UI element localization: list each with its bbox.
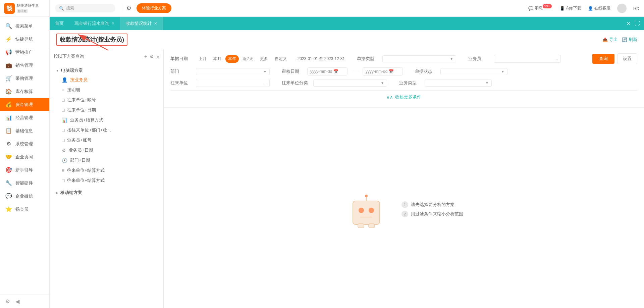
panel-add-icon[interactable]: + [144,54,147,59]
tab-receipt-close[interactable]: ✕ [154,21,157,26]
svg-point-1 [359,208,364,213]
sidebar-item-member[interactable]: ⭐畅会员 [0,203,49,216]
scheme-icon-by_salesperson: 👤 [62,77,67,83]
date-tab-this-month[interactable]: 本月 [211,55,224,63]
counterpart-cat-select[interactable]: ▼ [313,80,387,87]
doc-type-select[interactable]: ▼ [382,55,456,62]
biz-type-select[interactable]: ▼ [425,80,492,87]
sidebar-item-newguide[interactable]: 🎯新手引导 [0,163,49,176]
topbar-divider [121,5,121,12]
salesperson-input[interactable]: ... [494,55,561,63]
date-tabs: 上月 本月 本年 近7天 更多 自定义 [196,55,289,63]
sidebar-item-enterprise[interactable]: 🤝企业协同 [0,150,49,163]
tabbar-right: ✕ ⛶ [622,17,644,30]
messages-item[interactable]: 💬 消息 99+ [528,5,553,11]
scheme-label-by_unit_date: 往来单位+日期 [67,107,96,113]
step-1-text: 请先选择要分析的方案 [411,202,454,208]
refresh-button[interactable]: 🔄 刷新 [622,37,637,43]
topbar-settings-icon[interactable]: ⚙ [126,5,131,11]
app-download-item[interactable]: 📱 App下载 [560,5,581,11]
newguide-icon: 🎯 [5,167,12,173]
dept-select[interactable]: ▼ [196,68,270,75]
scheme-item-by_dept_date[interactable]: 🕐部门+日期 [54,155,159,165]
sidebar-item-system[interactable]: ⚙系统管理 [0,137,49,150]
online-service-icon: 👤 [588,6,593,11]
scheme-item-by_unit_account[interactable]: □往来单位+账号 [54,95,159,105]
sidebar-item-smarthw[interactable]: 🔧智能硬件 [0,176,49,190]
date-tab-last-month[interactable]: 上月 [196,55,209,63]
counterpart-cat-label: 往来单位分类 [282,80,308,86]
date-tab-more[interactable]: 更多 [257,55,271,63]
tab-bank[interactable]: 现金银行流水查询 ✕ [69,17,120,30]
sidebar-item-wechat[interactable]: 💬企业微信 [0,190,49,203]
sidebar-item-inventory[interactable]: 🏠库存核算 [0,85,49,98]
panel-icons: + ⚙ « [144,54,159,59]
scheme-item-by_detail[interactable]: ≡按明细 [54,85,159,95]
scheme-item-by_unit_dept[interactable]: □按往来单位+部门+收... [54,125,159,135]
sidebar-item-basicinfo[interactable]: 📋基础信息 [0,124,49,137]
scheme-item-by_unit_settle1[interactable]: ≡往来单位+结算方式 [54,165,159,175]
topbar-right: 💬 消息 99+ 📱 App下载 👤 在线客服 Rit [528,4,639,13]
audit-date-from[interactable]: yyyy-mm-dd 📅 [307,67,347,75]
sidebar-item-search[interactable]: 🔍搜索菜单 [0,19,49,33]
date-tab-last-7[interactable]: 近7天 [240,55,256,63]
filter-settings-button[interactable]: 设置 [617,53,637,64]
collapse-bar[interactable]: ∧∧ 收起更多条件 [170,90,637,103]
pc-group-title[interactable]: ▼ 电脑端方案 [54,66,159,75]
user-avatar[interactable] [617,4,627,13]
filter-row-1: 单据日期 上月 本月 本年 近7天 更多 自定义 2023-01-01 至 20… [170,53,637,64]
salesperson-more-icon[interactable]: ... [554,56,558,61]
online-service-item[interactable]: 👤 在线客服 [588,5,610,11]
svg-rect-7 [369,224,375,228]
logo-text: 畅捷通好生意 [17,3,39,8]
panel-collapse-icon[interactable]: « [157,54,159,59]
sidebar-item-sales[interactable]: 💼销售管理 [0,59,49,72]
scheme-label-by_dept_date: 部门+日期 [70,157,90,163]
filter-row-3: 往来单位 ... 往来单位分类 ▼ 业务类型 ▼ [170,79,637,87]
export-button[interactable]: 📤 导出 [602,37,618,43]
scheme-item-by_unit_settle2[interactable]: □往来单位+结算方式 [54,175,159,186]
sidebar-item-marketing[interactable]: 📢营销推广 [0,46,49,59]
trial-button[interactable]: 体验行业方案 [137,3,171,13]
sidebar-item-label-operation: 经营管理 [15,115,33,121]
sidebar-item-label-quicknav: 快捷导航 [15,36,33,42]
scheme-icon-by_unit_date: □ [62,107,64,113]
audit-date-to[interactable]: yyyy-mm-dd 📅 [363,67,403,75]
empty-step-1: 1 请先选择要分析的方案 [401,201,463,208]
mobile-group-title[interactable]: ▶ 移动端方案 [54,188,159,197]
smarthw-icon: 🔧 [5,180,12,186]
window-expand-icon[interactable]: ⛶ [635,20,640,27]
scheme-icon-by_salesperson_date: ⚙ [62,148,66,153]
filter-area: 单据日期 上月 本月 本年 近7天 更多 自定义 2023-01-01 至 20… [164,49,644,108]
scheme-item-by_salesperson_account[interactable]: □业务员+账号 [54,135,159,145]
collapse-sidebar-icon[interactable]: ◀ [15,298,19,305]
scheme-label-by_salesperson_settle: 业务员+结算方式 [70,117,103,123]
scheme-item-by_salesperson_settle[interactable]: 📊业务员+结算方式 [54,115,159,125]
sidebar-item-finance[interactable]: 💰资金管理 [0,98,49,111]
collapse-label: 收起更多条件 [395,94,421,100]
sidebar-item-operation[interactable]: 📊经营管理 [0,111,49,124]
settings-icon[interactable]: ⚙ [5,298,10,305]
app-download-icon: 📱 [560,6,565,11]
doc-status-select[interactable]: ▼ [440,68,507,75]
counterpart-more-icon[interactable]: ... [263,81,267,85]
enterprise-icon: 🤝 [5,154,12,160]
counterpart-input[interactable]: ... [196,79,270,87]
sidebar-item-quicknav[interactable]: ⚡快捷导航 [0,33,49,46]
scheme-item-by_salesperson[interactable]: 👤按业务员 [54,75,159,85]
biz-type-label: 业务类型 [399,80,419,86]
tab-receipt[interactable]: 收款情况统计 ✕ [120,17,163,30]
scheme-item-by_unit_date[interactable]: □往来单位+日期 [54,105,159,115]
wechat-icon: 💬 [5,193,12,199]
sidebar-item-purchase[interactable]: 🛒采购管理 [0,72,49,85]
scheme-item-by_salesperson_date[interactable]: ⚙业务员+日期 [54,145,159,155]
window-close-icon[interactable]: ✕ [626,20,631,27]
panel-settings-icon[interactable]: ⚙ [150,54,154,59]
tab-home[interactable]: 首页 [50,17,69,30]
page-header: 收款情况统计(按业务员) 📤 导出 🔄 刷新 [50,30,644,49]
date-tab-custom[interactable]: 自定义 [272,55,289,63]
topbar-search[interactable]: 🔍 搜索 [55,4,115,12]
tab-bank-close[interactable]: ✕ [111,21,115,26]
date-tab-this-year[interactable]: 本年 [225,55,239,63]
query-button[interactable]: 查询 [592,54,614,64]
